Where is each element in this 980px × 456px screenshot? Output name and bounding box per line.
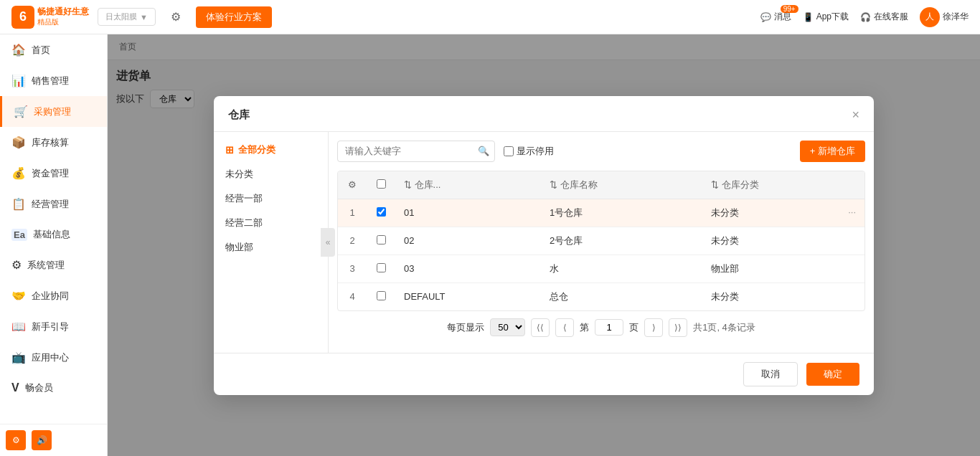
left-panel: ⊞ 全部分类 未分类 经营一部 经营二部 物业部 «: [214, 132, 329, 353]
sidebar-item-inventory[interactable]: 📦 库存核算: [0, 127, 107, 158]
guide-icon: 📖: [11, 320, 26, 333]
purchase-icon: 🛒: [14, 105, 28, 118]
settings-icon[interactable]: ⚙: [164, 6, 187, 29]
row-num: 4: [338, 282, 367, 310]
sidebar-item-home[interactable]: 🏠 首页: [0, 34, 107, 65]
pagination: 每页显示 50 ⟨⟨ ⟨ 第 页 ⟩ ⟩⟩ 共1页, 4条记录: [337, 311, 865, 344]
dialog: 仓库 × ⊞ 全部分类 未分类 经营一部 经营二部 物业部: [214, 96, 874, 395]
sidebar-item-vip[interactable]: V 畅会员: [0, 373, 107, 403]
store-name: 日太阳膜: [105, 11, 137, 22]
confirm-button[interactable]: 确定: [806, 363, 859, 386]
sidebar-item-finance-label: 资金管理: [32, 167, 69, 180]
row-name: 水: [541, 255, 703, 282]
table-row[interactable]: 3 03 水 物业部: [338, 255, 864, 282]
col-category-header: ⇅ 仓库分类: [702, 171, 864, 199]
gear-icon[interactable]: ⚙: [348, 179, 357, 190]
page-total: 共1页, 4条记录: [693, 321, 755, 334]
search-input[interactable]: [337, 141, 495, 162]
vip-icon: V: [11, 381, 19, 394]
sidebar-item-system[interactable]: ⚙ 系统管理: [0, 250, 107, 280]
sidebar-bottom: ⚙ 🔊: [0, 424, 107, 456]
category-item-ops1[interactable]: 经营一部: [214, 186, 328, 211]
sort-icon: ⇅: [404, 179, 412, 190]
service-item[interactable]: 🎧 在线客服: [860, 11, 908, 23]
sidebar-item-inventory-label: 库存核算: [32, 136, 69, 149]
sidebar-item-sales[interactable]: 📊 销售管理: [0, 65, 107, 96]
sidebar-item-purchase[interactable]: 🛒 采购管理: [0, 96, 107, 127]
home-icon: 🏠: [11, 43, 26, 57]
sidebar-item-system-label: 系统管理: [27, 259, 65, 272]
messages-item[interactable]: 💬 消息 99+: [760, 11, 791, 23]
row-checkbox[interactable]: [377, 207, 386, 217]
next-page-button[interactable]: ⟩: [644, 318, 663, 337]
table-row[interactable]: 1 01 1号仓库 未分类···: [338, 199, 864, 227]
dialog-body: ⊞ 全部分类 未分类 经营一部 经营二部 物业部 «: [214, 132, 874, 353]
select-all-checkbox[interactable]: [377, 179, 386, 189]
row-code: 03: [395, 255, 541, 282]
user-name: 徐泽华: [943, 11, 969, 23]
show-disabled-checkbox[interactable]: [504, 146, 514, 156]
sidebar-item-enterprise[interactable]: 🤝 企业协同: [0, 280, 107, 311]
last-page-button[interactable]: ⟩⟩: [669, 318, 687, 337]
table-row[interactable]: 2 02 2号仓库 未分类: [338, 227, 864, 255]
dialog-footer: 取消 确定: [214, 353, 874, 395]
finance-icon: 💰: [11, 166, 26, 180]
sidebar-item-basic[interactable]: Ea 基础信息: [0, 219, 107, 250]
row-category: 未分类···: [702, 199, 864, 227]
page-input[interactable]: [595, 319, 623, 336]
user-item[interactable]: 人 徐泽华: [920, 7, 969, 27]
collapse-button[interactable]: «: [321, 228, 335, 257]
category-item-ops2[interactable]: 经营二部: [214, 211, 328, 235]
operations-icon: 📋: [11, 197, 26, 211]
sort-icon-name: ⇅: [550, 179, 557, 190]
search-icon[interactable]: 🔍: [478, 146, 489, 156]
add-warehouse-button[interactable]: + 新增仓库: [800, 141, 865, 162]
col-name-header: ⇅ 仓库名称: [541, 171, 703, 199]
dialog-close-button[interactable]: ×: [852, 108, 859, 123]
sidebar-item-guide[interactable]: 📖 新手引导: [0, 311, 107, 342]
row-checkbox[interactable]: [377, 235, 386, 244]
col-code-header: ⇅ 仓库...: [395, 171, 541, 199]
trial-button[interactable]: 体验行业方案: [196, 6, 272, 28]
per-page-label: 每页显示: [447, 321, 484, 334]
row-checkbox-cell: [367, 255, 395, 282]
sidebar-item-apps[interactable]: 📺 应用中心: [0, 342, 107, 373]
row-checkbox[interactable]: [377, 263, 386, 272]
app-download-item[interactable]: 📱 App下载: [803, 11, 849, 23]
sidebar-item-apps-label: 应用中心: [32, 351, 69, 364]
page-label: 页: [629, 321, 639, 334]
category-item-unclassified[interactable]: 未分类: [214, 162, 328, 186]
grid-icon: ⊞: [225, 144, 234, 156]
first-page-button[interactable]: ⟨⟨: [531, 318, 550, 337]
row-name: 总仓: [541, 282, 703, 310]
sidebar-settings-icon[interactable]: ⚙: [6, 430, 26, 450]
sort-icon-cat: ⇅: [711, 179, 719, 190]
sidebar-volume-icon[interactable]: 🔊: [32, 430, 52, 450]
page-label-before: 第: [580, 321, 589, 334]
logo-line2: 精品版: [37, 17, 89, 27]
app-icon: 📱: [803, 12, 814, 22]
row-more-button[interactable]: ···: [848, 206, 856, 217]
sidebar-item-vip-label: 畅会员: [25, 381, 53, 394]
per-page-select[interactable]: 50: [490, 318, 525, 336]
sidebar-item-home-label: 首页: [32, 44, 50, 57]
dialog-title: 仓库: [228, 108, 250, 122]
cancel-button[interactable]: 取消: [743, 362, 798, 386]
right-panel: 🔍 显示停用 + 新增仓库: [329, 132, 874, 353]
all-categories-button[interactable]: ⊞ 全部分类: [214, 138, 328, 162]
sidebar-item-enterprise-label: 企业协同: [32, 290, 69, 303]
logo: 6 畅捷通好生意 精品版: [11, 6, 89, 29]
row-checkbox[interactable]: [377, 291, 386, 300]
sidebar-item-sales-label: 销售管理: [32, 75, 69, 87]
sidebar-item-finance[interactable]: 💰 资金管理: [0, 158, 107, 189]
table-row[interactable]: 4 DEFAULT 总仓 未分类: [338, 282, 864, 310]
prev-page-button[interactable]: ⟨: [555, 318, 574, 337]
logo-icon: 6: [11, 6, 34, 29]
avatar: 人: [920, 7, 940, 27]
sidebar: 🏠 首页 📊 销售管理 🛒 采购管理 📦 库存核算 💰 资金管理 📋 经营管理 …: [0, 34, 108, 456]
apps-icon: 📺: [11, 351, 26, 364]
sidebar-item-operations[interactable]: 📋 经营管理: [0, 189, 107, 219]
category-item-property[interactable]: 物业部: [214, 235, 328, 260]
inventory-icon: 📦: [11, 136, 26, 149]
store-selector[interactable]: 日太阳膜 ▼: [98, 8, 156, 26]
